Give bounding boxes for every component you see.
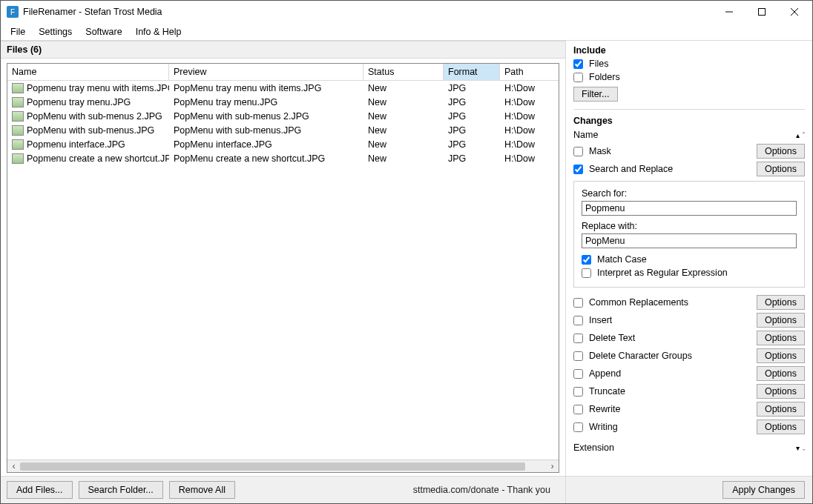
delete-char-groups-checkbox[interactable] [573, 351, 583, 361]
menu-file[interactable]: File [4, 25, 32, 39]
insert-checkbox[interactable] [573, 316, 583, 325]
table-row[interactable]: PopMenu with sub-menus 2.JPGPopMenu with… [7, 109, 559, 123]
expand-down-icon[interactable]: ▾ [796, 444, 800, 452]
cell-status: New [363, 153, 444, 165]
delete-text-label: Delete Text [589, 333, 635, 343]
include-heading: Include [573, 42, 805, 57]
cell-format: JPG [444, 110, 500, 122]
search-folder-button[interactable]: Search Folder... [79, 481, 163, 499]
table-row[interactable]: Popmenu interface.JPGPopMenu interface.J… [7, 137, 559, 151]
section-name-row: Name ▴ ˆ [573, 127, 805, 142]
status-text: sttmedia.com/donate - Thank you [413, 485, 559, 495]
writing-options-button[interactable]: Options [757, 420, 805, 434]
cell-preview: PopMenu interface.JPG [169, 139, 363, 150]
include-files-row: Files [573, 57, 805, 70]
cell-status: New [363, 139, 444, 150]
remove-all-button[interactable]: Remove All [169, 481, 235, 499]
column-name[interactable]: Name [7, 64, 169, 80]
delete-char-groups-label: Delete Character Groups [589, 351, 692, 361]
collapse-up-icon[interactable]: ▴ [796, 131, 800, 139]
append-checkbox[interactable] [573, 369, 583, 379]
minimize-button[interactable] [713, 1, 745, 22]
column-path[interactable]: Path [500, 64, 543, 80]
search-for-label: Search for: [582, 188, 797, 201]
scroll-track[interactable] [20, 461, 546, 472]
app-window: F FileRenamer - Stefan Trost Media File … [0, 0, 813, 504]
rewrite-label: Rewrite [589, 404, 620, 414]
add-files-button[interactable]: Add Files... [7, 481, 73, 499]
chevron-icon[interactable]: ˆ [803, 131, 805, 139]
regex-label: Interpret as Regular Expression [597, 268, 728, 278]
cell-preview: PopMenu create a new shortcut.JPG [169, 153, 363, 165]
cell-preview: PopMenu with sub-menus 2.JPG [169, 110, 363, 122]
close-button[interactable] [778, 1, 811, 22]
cell-preview: PopMenu tray menu.JPG [169, 96, 363, 108]
cell-format: JPG [444, 82, 500, 94]
filter-button[interactable]: Filter... [573, 87, 618, 102]
column-format[interactable]: Format [444, 64, 500, 80]
writing-checkbox[interactable] [573, 422, 583, 432]
section-extension-label: Extension [573, 442, 794, 453]
table-row[interactable]: Popmenu tray menu with items.JPGPopMenu … [7, 81, 559, 95]
table-row[interactable]: Popmenu create a new shortcut.JPGPopMenu… [7, 151, 559, 165]
cell-preview: PopMenu with sub-menus.JPG [169, 125, 363, 136]
search-replace-label: Search and Replace [589, 164, 673, 174]
match-case-label: Match Case [597, 254, 647, 265]
search-replace-options-button[interactable]: Options [757, 162, 805, 176]
regex-checkbox[interactable] [582, 268, 591, 278]
window-title: FileRenamer - Stefan Trost Media [23, 7, 713, 17]
include-files-checkbox[interactable] [573, 59, 583, 69]
cell-format: JPG [444, 96, 500, 108]
search-replace-checkbox[interactable] [573, 165, 583, 174]
delete-text-options-button[interactable]: Options [757, 331, 805, 345]
include-files-label: Files [589, 59, 608, 69]
maximize-button[interactable] [745, 1, 778, 22]
menu-info-help[interactable]: Info & Help [129, 25, 188, 39]
scroll-right-icon[interactable]: › [546, 461, 559, 472]
include-folders-checkbox[interactable] [573, 73, 583, 82]
app-icon: F [7, 6, 19, 18]
content-area: Files (6) Name Preview Status Format Pat… [1, 41, 812, 503]
column-status[interactable]: Status [363, 64, 444, 80]
insert-options-button[interactable]: Options [757, 313, 805, 328]
search-for-input[interactable] [582, 201, 797, 216]
mask-options-button[interactable]: Options [757, 144, 805, 159]
truncate-checkbox[interactable] [573, 387, 583, 397]
svg-line-3 [791, 8, 798, 16]
table-row[interactable]: PopMenu with sub-menus.JPGPopMenu with s… [7, 123, 559, 137]
truncate-row: Truncate Options [573, 382, 805, 400]
table-header: Name Preview Status Format Path [7, 64, 559, 81]
cell-path: H:\Dow [500, 110, 543, 122]
table-row[interactable]: Popmenu tray menu.JPGPopMenu tray menu.J… [7, 95, 559, 109]
delete-text-checkbox[interactable] [573, 334, 583, 343]
rewrite-checkbox[interactable] [573, 405, 583, 414]
file-icon [12, 97, 24, 107]
rewrite-options-button[interactable]: Options [757, 402, 805, 417]
include-folders-label: Folders [589, 72, 620, 82]
apply-changes-button[interactable]: Apply Changes [723, 481, 805, 499]
apply-bar: Apply Changes [566, 476, 812, 503]
delete-char-groups-options-button[interactable]: Options [757, 348, 805, 363]
append-options-button[interactable]: Options [757, 366, 805, 381]
menu-bar: File Settings Software Info & Help [1, 23, 812, 41]
section-extension-row: Extension ▾ ˆ [573, 440, 805, 455]
replace-with-input[interactable] [582, 233, 797, 248]
match-case-checkbox[interactable] [582, 255, 591, 265]
horizontal-scrollbar[interactable]: ‹ › [7, 460, 559, 472]
window-buttons [713, 1, 811, 22]
section-name-label: Name [573, 130, 794, 140]
common-replacements-options-button[interactable]: Options [757, 295, 805, 310]
common-replacements-checkbox[interactable] [573, 298, 583, 308]
scroll-thumb[interactable] [20, 462, 525, 471]
scroll-left-icon[interactable]: ‹ [7, 461, 20, 472]
chevron-icon[interactable]: ˆ [803, 444, 805, 451]
menu-software[interactable]: Software [79, 25, 128, 39]
insert-row: Insert Options [573, 311, 805, 329]
mask-checkbox[interactable] [573, 147, 583, 156]
replace-with-label: Replace with: [582, 220, 797, 233]
regex-row: Interpret as Regular Expression [582, 266, 797, 279]
menu-settings[interactable]: Settings [32, 25, 79, 39]
truncate-options-button[interactable]: Options [757, 384, 805, 399]
column-preview[interactable]: Preview [169, 64, 363, 80]
insert-label: Insert [589, 315, 612, 325]
